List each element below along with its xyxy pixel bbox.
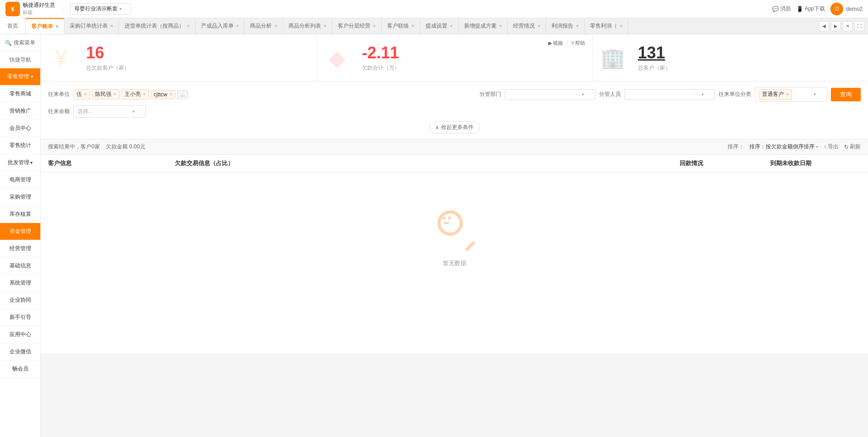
tag3-close[interactable]: × — [143, 92, 146, 97]
filter-tag-2[interactable]: 陈民强 × — [92, 89, 120, 100]
tab-purchase-stats[interactable]: 进货单统计表（按商品） × — [119, 18, 196, 34]
person-select[interactable]: ··· ▾ — [624, 89, 715, 100]
sidebar-vip-label: 畅会员 — [12, 366, 29, 372]
tab-close-goods[interactable]: × — [274, 24, 277, 28]
top-header: ¥ 畅捷通好生意 标版 母婴行业演示帐套 ▾ 💬 消息 📱 App下载 D de… — [0, 0, 868, 18]
tab-operations[interactable]: 经营情况 × — [508, 18, 546, 34]
message-btn[interactable]: 💬 消息 — [772, 5, 791, 13]
sidebar-quick-nav[interactable]: 快捷导航 — [0, 52, 40, 68]
filter-tag-more[interactable]: ... — [177, 90, 188, 99]
sidebar-item-retail[interactable]: 零售管理 ▾ — [0, 68, 40, 86]
help-btn[interactable]: ? 帮助 — [571, 40, 585, 47]
stat2-actions: ▶ 视频 | ? 帮助 — [548, 40, 585, 47]
sort-select[interactable]: 排序：按欠款金额倒序排序 ▾ — [749, 143, 818, 151]
sidebar-item-wholesale[interactable]: 批发管理 ▾ — [0, 154, 40, 171]
sidebar-item-ecommerce[interactable]: 电商管理 — [0, 171, 40, 189]
sidebar-item-corp-wechat[interactable]: 企业微信 — [0, 343, 40, 361]
tab-close-stats[interactable]: × — [187, 24, 190, 28]
tab-close-operations[interactable]: × — [537, 24, 540, 28]
tab-close-purchase[interactable]: × — [110, 24, 113, 28]
collapse-btn[interactable]: ∧ 收起更多条件 — [429, 121, 480, 133]
stat-card-1: ¥ 16 总欠款客户（家） — [41, 34, 317, 81]
tab-accounts-payable-label: 客户账本 — [31, 23, 53, 30]
tag4-label: cjttcw — [154, 91, 168, 98]
tab-profit-report[interactable]: 利润报告 × — [546, 18, 585, 34]
tab-close-profit[interactable]: × — [576, 24, 579, 28]
sidebar-wholesale-label: 批发管理 — [8, 159, 29, 166]
filter-tag-3[interactable]: 王小亮 × — [121, 89, 149, 100]
tab-new-scheme[interactable]: 新增提成方案 × — [459, 18, 508, 34]
video-btn[interactable]: ▶ 视频 — [548, 40, 563, 47]
tab-home[interactable]: 首页 — [0, 18, 26, 34]
tab-accounts-payable[interactable]: 客户账本 × — [26, 18, 64, 34]
unit-type-close[interactable]: × — [786, 92, 789, 97]
sidebar-item-vip[interactable]: 畅会员 — [0, 361, 40, 378]
sidebar-item-finance[interactable]: 资金管理 — [0, 223, 40, 240]
tag2-close[interactable]: × — [114, 92, 116, 97]
tab-prev-btn[interactable]: ◀ — [819, 21, 829, 31]
sidebar-item-system[interactable]: 系统管理 — [0, 275, 40, 292]
tab-reminder[interactable]: 提成设置 × — [420, 18, 459, 34]
query-button[interactable]: 查询 — [831, 88, 861, 101]
sidebar-item-member[interactable]: 会员中心 — [0, 120, 40, 137]
sidebar-item-retail-mall[interactable]: 零售商城 — [0, 86, 40, 103]
export-btn[interactable]: ↑ 导出 — [824, 143, 839, 151]
sort-label: 排序： — [728, 143, 744, 151]
tab-goods-analysis[interactable]: 商品分析 × — [245, 18, 283, 34]
tab-customer-contact[interactable]: 客户联络 × — [382, 18, 420, 34]
sidebar-item-purchase[interactable]: 采购管理 — [0, 189, 40, 206]
unit-type-tag[interactable]: 普通客户 × — [759, 89, 792, 100]
data-table: 客户信息 欠款交易信息（占比） 回款情况 到期未收款日期 — [41, 155, 868, 353]
tab-next-btn[interactable]: ▶ — [831, 21, 841, 31]
dept-select[interactable]: ··· ▾ — [505, 89, 595, 100]
sidebar-item-retail-stats[interactable]: 零售统计 — [0, 137, 40, 154]
refresh-btn[interactable]: ↻ 刷新 — [844, 143, 861, 151]
tab-close-production[interactable]: × — [236, 24, 239, 28]
header-left: ¥ 畅捷通好生意 标版 母婴行业演示帐套 ▾ — [5, 2, 131, 16]
remainder-select[interactable]: 选择... ▾ — [73, 105, 146, 118]
logo-area: ¥ 畅捷通好生意 标版 — [5, 2, 55, 16]
sidebar-item-basic[interactable]: 基础信息 — [0, 257, 40, 275]
results-actions: 排序： 排序：按欠款金额倒序排序 ▾ ↑ 导出 ↻ 刷新 — [728, 143, 861, 151]
workspace-selector[interactable]: 母婴行业演示帐套 ▾ — [70, 3, 131, 14]
phone-icon: 📱 — [796, 6, 803, 12]
tab-close-tier[interactable]: × — [373, 24, 376, 28]
sidebar-item-enterprise[interactable]: 企业协同 — [0, 292, 40, 309]
tab-retail-profit[interactable]: 零售利润（ × — [585, 18, 628, 34]
sidebar-search[interactable]: 🔍 搜索菜单 — [0, 34, 40, 52]
tab-production-label: 产成品入库单 — [201, 22, 234, 30]
filter-tag-4[interactable]: cjttcw × — [151, 90, 176, 99]
tab-close-goods-list[interactable]: × — [324, 24, 326, 28]
sidebar-item-app-center[interactable]: 应用中心 — [0, 326, 40, 343]
sidebar-purchase-label: 采购管理 — [10, 194, 31, 200]
tab-purchase-order[interactable]: 采购订单统计表 × — [64, 18, 119, 34]
unit-type-select[interactable]: 普通客户 × ▾ — [755, 87, 827, 102]
tab-close-contact[interactable]: × — [412, 24, 414, 28]
sidebar-item-new-guide[interactable]: 新手引导 — [0, 309, 40, 326]
tag4-close[interactable]: × — [170, 92, 173, 97]
tab-close-reminder[interactable]: × — [450, 24, 453, 28]
stat1-label: 总欠款客户（家） — [86, 64, 129, 72]
tab-close-retail[interactable]: × — [620, 24, 623, 28]
user-area[interactable]: D demo2 — [830, 3, 863, 15]
sidebar-item-operations[interactable]: 经营管理 — [0, 240, 40, 257]
tab-customer-tier[interactable]: 客户分层经营 × — [332, 18, 382, 34]
tab-goods-analysis-list[interactable]: 商品分析列表 × — [283, 18, 332, 34]
yuan-icon: ¥ — [50, 47, 72, 69]
tab-close-accounts[interactable]: × — [56, 24, 58, 29]
play-icon: ▶ — [548, 40, 552, 46]
search-handle — [465, 241, 475, 251]
tab-close-scheme[interactable]: × — [499, 24, 502, 28]
tab-close-all-btn[interactable]: ✕ — [843, 21, 853, 31]
sidebar-item-inventory[interactable]: 库存核算 — [0, 206, 40, 223]
filter-tag-1[interactable]: 伍 × — [73, 89, 90, 100]
sidebar-item-marketing[interactable]: 营销推广 — [0, 103, 40, 120]
app-download-btn[interactable]: 📱 App下载 — [796, 5, 825, 13]
tag1-close[interactable]: × — [84, 92, 87, 97]
tab-production[interactable]: 产成品入库单 × — [196, 18, 245, 34]
filter-row-1: 往来单位 伍 × 陈民强 × 王小亮 × cjttcw — [48, 87, 861, 102]
tab-expand-btn[interactable]: ⛶ — [854, 21, 864, 31]
stat2-label: 欠款合计（万） — [362, 64, 400, 72]
person-label: 分管人员 — [599, 90, 621, 98]
col-debt: 欠款交易信息（占比） — [175, 159, 680, 167]
